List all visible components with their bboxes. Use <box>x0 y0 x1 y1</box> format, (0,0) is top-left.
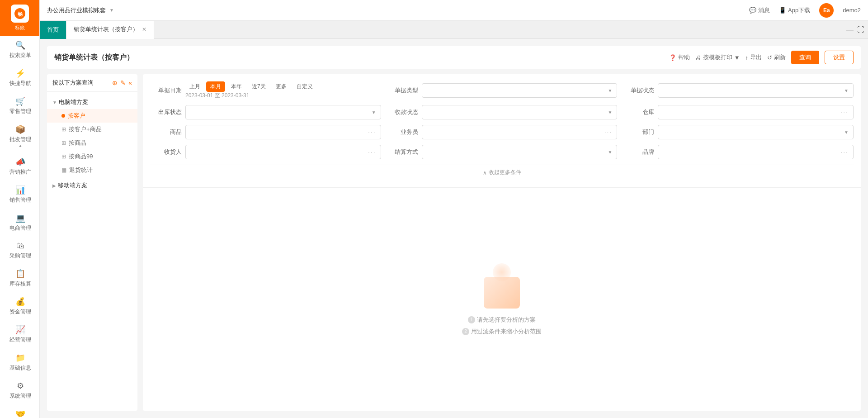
sidebar-item-basic[interactable]: 📁 基础信息 <box>0 348 39 376</box>
collapse-panel-icon[interactable]: « <box>128 79 132 86</box>
tree-parent-pc[interactable]: ▼ 电脑端方案 <box>47 95 137 109</box>
settlement-control[interactable]: ▼ <box>422 145 618 159</box>
return-stats-label: 退货统计 <box>69 166 93 174</box>
sidebar-item-quick-nav[interactable]: ⚡ 快捷导航 <box>0 64 39 92</box>
outbound-control[interactable]: ▼ <box>185 105 381 119</box>
collapse-up-icon: ∧ <box>483 170 487 176</box>
sidebar-item-finance[interactable]: 💰 资金管理 <box>0 292 39 320</box>
voucher-status-control[interactable]: ▼ <box>658 83 854 98</box>
avatar[interactable]: Ea <box>819 3 834 18</box>
query-button[interactable]: 查询 <box>791 51 819 64</box>
voucher-type-control[interactable]: ▼ <box>422 83 618 98</box>
sidebar-item-enterprise[interactable]: 🤝 企业协同 <box>0 404 39 418</box>
collapse-bar[interactable]: ∧ 收起更多条件 <box>150 165 854 180</box>
date-tab-7days[interactable]: 近7天 <box>248 81 270 92</box>
sidebar-item-purchase[interactable]: 🛍 采购管理 <box>0 237 39 264</box>
date-tab-more[interactable]: 更多 <box>272 81 291 92</box>
template-print-label: 按模板打印 <box>703 53 732 62</box>
department-select[interactable]: ▼ <box>658 125 854 139</box>
sidebar-item-retail[interactable]: 🛒 零售管理 <box>0 92 39 120</box>
outbound-arrow-icon: ▼ <box>372 110 376 115</box>
voucher-status-select[interactable]: ▼ <box>658 83 854 98</box>
tab-home[interactable]: 首页 <box>40 21 66 39</box>
tree-child-return-stats[interactable]: ▦ 退货统计 <box>47 163 137 177</box>
tree-child-by-goods-99[interactable]: ⊞ 按商品99 <box>47 150 137 163</box>
header-actions: 💬 消息 📱 App下载 Ea demo2 <box>749 3 861 18</box>
tabs-maximize-icon[interactable]: ⛶ <box>857 26 864 34</box>
date-tab-this-year[interactable]: 本年 <box>227 81 246 92</box>
company-name: 办公用品行业模拟账套 <box>47 6 106 14</box>
refresh-button[interactable]: ↺ 刷新 <box>767 53 786 62</box>
sidebar-item-search-menu[interactable]: 🔍 搜索菜单 <box>0 36 39 64</box>
goods-more-icon: ··· <box>368 128 376 136</box>
department-arrow-icon: ▼ <box>844 130 849 135</box>
date-tab-custom[interactable]: 自定义 <box>292 81 317 92</box>
goods-control[interactable]: ··· <box>185 125 381 139</box>
pc-section-label: 电脑端方案 <box>59 98 88 106</box>
outbound-select[interactable]: ▼ <box>185 105 381 119</box>
filter-area: 单据日期 上月 本月 本年 近7天 更多 自定义 <box>143 74 861 188</box>
sidebar-item-label: 快捷导航 <box>9 80 31 87</box>
grid-icon-1: ⊞ <box>61 126 66 133</box>
voucher-type-select[interactable]: ▼ <box>422 83 618 98</box>
page-actions: ❓ 帮助 🖨 按模板打印 ▼ ↑ 导出 ↺ 刷新 查询 设置 <box>669 51 854 64</box>
print-dropdown-icon: ▼ <box>734 54 740 61</box>
receipt-control[interactable]: ▼ <box>422 105 618 119</box>
sidebar-item-label: 搜索菜单 <box>9 52 31 59</box>
export-button[interactable]: ↑ 导出 <box>745 53 762 62</box>
tab-report[interactable]: 销货单统计表（按客户） ✕ <box>66 21 154 39</box>
help-button[interactable]: ❓ 帮助 <box>669 53 690 62</box>
export-icon: ↑ <box>745 54 749 61</box>
date-tab-last-month[interactable]: 上月 <box>185 81 204 92</box>
tree-child-by-customer[interactable]: 按客户 <box>47 109 137 123</box>
tree-child-by-customer-goods[interactable]: ⊞ 按客户+商品 <box>47 123 137 136</box>
sidebar-item-marketing[interactable]: 📣 营销推广 <box>0 152 39 180</box>
salesperson-select[interactable]: ··· <box>422 125 618 139</box>
sidebar-item-business[interactable]: 📈 经营管理 <box>0 320 39 348</box>
app-download-button[interactable]: 📱 App下载 <box>779 6 810 14</box>
recipient-select[interactable]: ··· <box>185 145 381 159</box>
date-tab-this-month[interactable]: 本月 <box>206 81 225 92</box>
sidebar-item-label: 营销推广 <box>9 168 31 176</box>
sales-icon: 📊 <box>15 185 25 195</box>
sidebar-item-ecommerce[interactable]: 💻 电商管理 <box>0 209 39 237</box>
wholesale-icon: 📦 <box>15 124 25 134</box>
company-dropdown-icon[interactable]: ▼ <box>109 8 114 13</box>
department-control[interactable]: ▼ <box>658 125 854 139</box>
settings-button[interactable]: 设置 <box>825 51 854 64</box>
goods-select[interactable]: ··· <box>185 125 381 139</box>
empty-hint-text-1: 请先选择要分析的方案 <box>477 316 536 324</box>
left-panel: 按以下方案查询 ⊕ ✎ « ▼ 电脑端方案 按客户 <box>47 74 137 411</box>
close-tab-icon[interactable]: ✕ <box>142 26 146 33</box>
settlement-select[interactable]: ▼ <box>422 145 618 159</box>
brand-item: 品牌 ··· <box>623 145 854 159</box>
content-area: 销货单统计表（按客户） ❓ 帮助 🖨 按模板打印 ▼ ↑ 导出 ↺ 刷新 <box>40 39 868 418</box>
warehouse-select[interactable]: ··· <box>658 105 854 119</box>
template-print-button[interactable]: 🖨 按模板打印 ▼ <box>695 53 740 62</box>
edit-scheme-icon[interactable]: ✎ <box>120 79 126 86</box>
sidebar-item-inventory[interactable]: 📋 库存核算 <box>0 264 39 292</box>
tree-parent-mobile[interactable]: ▶ 移动端方案 <box>47 179 137 192</box>
message-label: 消息 <box>758 6 770 14</box>
sidebar-item-system[interactable]: ⚙ 系统管理 <box>0 376 39 404</box>
logo-label: 标账 <box>15 24 25 31</box>
receipt-select[interactable]: ▼ <box>422 105 618 119</box>
tree-child-by-goods[interactable]: ⊞ 按商品 <box>47 136 137 150</box>
salesperson-more-icon: ··· <box>604 128 613 136</box>
sidebar-item-sales[interactable]: 📊 销售管理 <box>0 180 39 209</box>
brand-control[interactable]: ··· <box>658 145 854 159</box>
brand-select[interactable]: ··· <box>658 145 854 159</box>
salesperson-control[interactable]: ··· <box>422 125 618 139</box>
sidebar-item-wholesale[interactable]: 📦 批发管理 ▲ <box>0 120 39 152</box>
department-item: 部门 ▼ <box>623 125 854 139</box>
pc-section-arrow: ▼ <box>52 100 57 105</box>
recipient-control[interactable]: ··· <box>185 145 381 159</box>
mobile-section-arrow: ▶ <box>52 183 56 188</box>
ecommerce-icon: 💻 <box>15 213 25 223</box>
warehouse-control[interactable]: ··· <box>658 105 854 119</box>
add-scheme-icon[interactable]: ⊕ <box>112 79 118 86</box>
sidebar-item-label: 基础信息 <box>9 364 31 372</box>
message-button[interactable]: 💬 消息 <box>749 6 770 14</box>
tabs-minimize-icon[interactable]: — <box>846 26 854 34</box>
report-tab-label: 销货单统计表（按客户） <box>74 25 138 33</box>
